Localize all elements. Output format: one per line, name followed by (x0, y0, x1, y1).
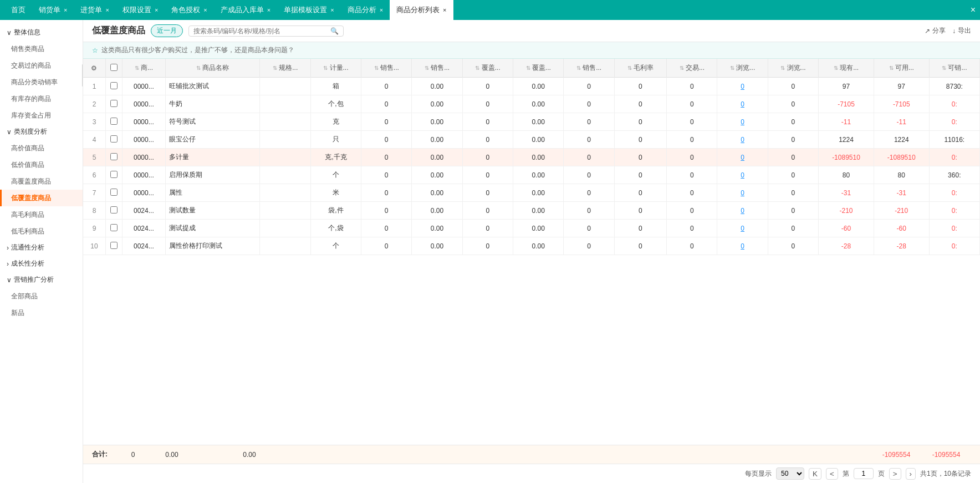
nav-tab-production[interactable]: 产成品入库单 × (214, 0, 277, 20)
close-icon[interactable]: × (330, 7, 334, 13)
table-container[interactable]: ⚙ ⇅ 商... ⇅ 商品名称 ⇅ 规格... ⇅ 计量... ⇅ 销售... … (83, 59, 980, 445)
row-browse-count1[interactable]: 0 (717, 202, 768, 220)
row-code: 0000... (122, 95, 165, 113)
row-checkbox[interactable] (110, 224, 118, 231)
sidebar-item-low-coverage[interactable]: 低覆盖度商品 (0, 190, 83, 206)
code-column-header[interactable]: ⇅ 商... (122, 59, 165, 78)
row-num: 4 (83, 131, 105, 149)
select-all-checkbox[interactable] (110, 64, 118, 71)
coverage-rate-column-header[interactable]: ⇅ 覆盖... (513, 59, 564, 78)
row-browse-count1[interactable]: 0 (717, 95, 768, 113)
current-stock-column-header[interactable]: ⇅ 现有... (819, 59, 874, 78)
sidebar-section-growth[interactable]: › 成长性分析 (0, 256, 83, 272)
close-icon[interactable]: × (267, 7, 270, 13)
sidebar-item-new-products[interactable]: 新品 (0, 304, 83, 321)
close-icon[interactable]: × (155, 7, 158, 13)
close-icon[interactable]: × (203, 7, 207, 13)
search-icon[interactable]: 🔍 (330, 27, 339, 35)
row-checkbox[interactable] (110, 242, 118, 249)
nav-tab-purchase[interactable]: 进货单 × (74, 0, 115, 20)
sidebar-item-stocked-products[interactable]: 有库存的商品 (0, 90, 83, 107)
page-title: 低覆盖度商品 (92, 25, 145, 37)
page-number-input[interactable] (854, 468, 874, 479)
row-sales-days: 0 (564, 131, 614, 149)
sidebar-item-inventory-capital[interactable]: 库存资金占用 (0, 107, 83, 124)
nav-tab-home[interactable]: 首页 (4, 0, 32, 20)
sidebar-item-high-value[interactable]: 高价值商品 (0, 140, 83, 156)
first-page-button[interactable]: K (809, 468, 821, 480)
browse-count2-column-header[interactable]: ⇅ 浏览... (768, 59, 818, 78)
close-icon[interactable]: × (105, 7, 109, 13)
row-browse-count1[interactable]: 0 (717, 220, 768, 237)
share-button[interactable]: ↗ 分享 (925, 26, 946, 35)
row-checkbox[interactable] (110, 171, 118, 178)
close-icon[interactable]: × (443, 7, 446, 13)
sales-qty-column-header[interactable]: ⇅ 销售... (361, 59, 412, 78)
nav-tab-analysis[interactable]: 商品分析 × (341, 0, 390, 20)
row-checkbox[interactable] (110, 189, 118, 196)
row-current-stock: -31 (819, 184, 874, 202)
close-all-button[interactable]: × (971, 5, 976, 15)
nav-tab-analysis-list[interactable]: 商品分析列表 × (390, 0, 453, 20)
row-browse-count1[interactable]: 0 (717, 131, 768, 149)
row-coverage-count: 0 (462, 149, 513, 166)
footer-cells: 0 0.00 0.00 -1095554 -1095554 (116, 451, 971, 459)
row-checkbox[interactable] (110, 135, 118, 143)
sidebar-item-category-sales-rate[interactable]: 商品分类动销率 (0, 74, 83, 90)
row-code: 0000... (122, 78, 165, 95)
sales-amount-column-header[interactable]: ⇅ 销售... (412, 59, 462, 78)
row-checkbox[interactable] (110, 100, 118, 107)
coverage-count-column-header[interactable]: ⇅ 覆盖... (462, 59, 513, 78)
row-browse-count1[interactable]: 0 (717, 149, 768, 166)
sales-days-column-header[interactable]: ⇅ 销售... (564, 59, 614, 78)
row-browse-count1[interactable]: 0 (717, 166, 768, 184)
unit-column-header[interactable]: ⇅ 计量... (310, 59, 361, 78)
row-browse-count1[interactable]: 0 (717, 237, 768, 255)
footer-available-stock: -1095554 (921, 451, 971, 459)
row-browse-count1[interactable]: 0 (717, 78, 768, 95)
close-icon[interactable]: × (64, 7, 67, 13)
chevron-right-icon: › (7, 244, 9, 252)
sidebar-item-high-coverage[interactable]: 高覆盖度商品 (0, 173, 83, 190)
sidebar-item-all-products[interactable]: 全部商品 (0, 288, 83, 304)
prev-page-button[interactable]: < (826, 468, 838, 480)
browse-count1-column-header[interactable]: ⇅ 浏览... (717, 59, 768, 78)
settings-column-header[interactable]: ⚙ (83, 59, 105, 78)
next-page-button[interactable]: > (889, 468, 901, 480)
row-coverage-count: 0 (462, 95, 513, 113)
sidebar-item-high-margin[interactable]: 高毛利商品 (0, 206, 83, 223)
sidebar-section-liquidity[interactable]: › 流通性分析 (0, 240, 83, 256)
sidebar-section-overall[interactable]: ∨ 整体信息 (0, 24, 83, 40)
sidebar-item-sales-products[interactable]: 销售类商品 (0, 40, 83, 57)
page-size-select[interactable]: 50 100 200 (776, 467, 804, 480)
sidebar-item-low-value[interactable]: 低价值商品 (0, 156, 83, 173)
row-browse-count1[interactable]: 0 (717, 113, 768, 131)
sidebar-section-marketing[interactable]: ∨ 营销推广分析 (0, 272, 83, 288)
sidebar-section-category[interactable]: ∨ 类别度分析 (0, 124, 83, 140)
name-column-header[interactable]: ⇅ 商品名称 (165, 59, 260, 78)
last-page-button[interactable]: › (906, 468, 916, 480)
row-sellable: 0: (929, 149, 979, 166)
row-checkbox[interactable] (110, 82, 118, 89)
search-input[interactable] (193, 27, 328, 35)
sidebar-item-low-margin[interactable]: 低毛利商品 (0, 223, 83, 240)
row-browse-count2: 0 (768, 95, 818, 113)
sellable-column-header[interactable]: ⇅ 可销... (929, 59, 979, 78)
row-checkbox[interactable] (110, 153, 118, 160)
available-stock-column-header[interactable]: ⇅ 可用... (874, 59, 929, 78)
nav-tab-sales[interactable]: 销货单 × (32, 0, 74, 20)
row-browse-count1[interactable]: 0 (717, 184, 768, 202)
nav-tab-template[interactable]: 单据模板设置 × (277, 0, 340, 20)
row-checkbox[interactable] (110, 206, 118, 213)
row-checkbox[interactable] (110, 118, 118, 125)
export-button[interactable]: ↓ 导出 (952, 26, 971, 35)
close-icon[interactable]: × (380, 7, 383, 13)
nav-tab-permission[interactable]: 权限设置 × (116, 0, 165, 20)
filter-recent-month-button[interactable]: 近一月 (151, 24, 183, 37)
trade-count-column-header[interactable]: ⇅ 交易... (667, 59, 717, 78)
row-unit: 只 (310, 131, 361, 149)
sidebar-item-traded-products[interactable]: 交易过的商品 (0, 57, 83, 74)
gross-margin-column-header[interactable]: ⇅ 毛利率 (614, 59, 666, 78)
spec-column-header[interactable]: ⇅ 规格... (260, 59, 310, 78)
nav-tab-role[interactable]: 角色授权 × (165, 0, 213, 20)
